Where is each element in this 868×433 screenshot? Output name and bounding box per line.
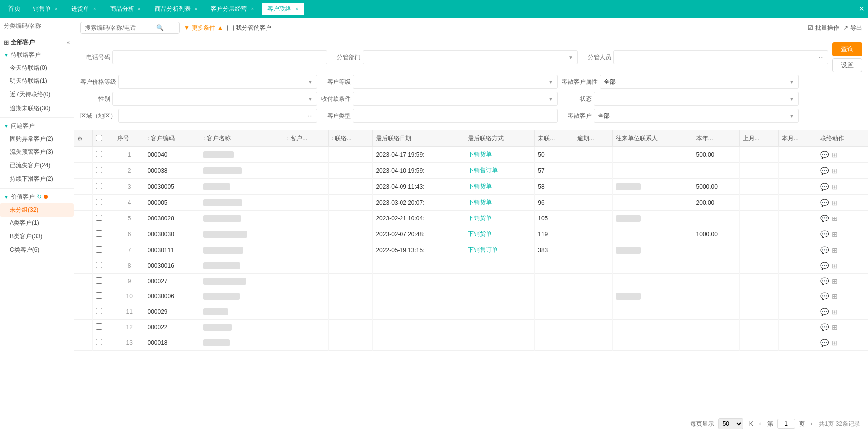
col-contact[interactable]: : 联络... bbox=[329, 130, 373, 147]
sidebar-item-7day-pending[interactable]: 近7天待联络(0) bbox=[0, 88, 74, 101]
my-customers-checkbox[interactable]: 我分管的客户 bbox=[227, 24, 271, 32]
row-checkbox[interactable] bbox=[96, 167, 102, 173]
row-checkbox-cell[interactable] bbox=[92, 179, 114, 195]
sidebar-item-churned[interactable]: 已流失客户(24) bbox=[0, 159, 74, 172]
col-last-contact-date[interactable]: 最后联络日期 bbox=[373, 130, 465, 147]
message-action-icon[interactable]: 💬 bbox=[820, 183, 829, 191]
last-contact-method[interactable]: 下销货单 bbox=[465, 195, 535, 211]
last-contact-method[interactable]: 下销货单 bbox=[465, 147, 535, 163]
sidebar-item-tomorrow-pending[interactable]: 明天待联络(1) bbox=[0, 74, 74, 88]
last-contact-method[interactable]: 下销货单 bbox=[465, 179, 535, 195]
more-action-icon[interactable]: ⊞ bbox=[832, 183, 838, 191]
sidebar-item-type-b[interactable]: B类客户(33) bbox=[0, 230, 74, 243]
message-action-icon[interactable]: 💬 bbox=[820, 308, 829, 316]
refresh-icon[interactable]: ↻ bbox=[37, 193, 42, 200]
nav-tab-product-analysis[interactable]: 商品分析 × bbox=[104, 3, 147, 15]
sidebar-item-abnormal[interactable]: 固购异常客户(2) bbox=[0, 132, 74, 145]
contact-method-link[interactable]: 下销货单 bbox=[468, 151, 492, 158]
row-checkbox[interactable] bbox=[96, 183, 102, 189]
row-checkbox[interactable] bbox=[96, 230, 102, 237]
select-all-checkbox[interactable] bbox=[96, 135, 102, 141]
search-button[interactable]: 查询 bbox=[832, 42, 862, 56]
contact-method-link[interactable]: 下销售订单 bbox=[468, 246, 498, 253]
col-customer-type[interactable]: : 客户... bbox=[284, 130, 328, 147]
message-action-icon[interactable]: 💬 bbox=[820, 292, 829, 300]
more-action-icon[interactable]: ⊞ bbox=[832, 151, 838, 159]
row-checkbox[interactable] bbox=[96, 215, 102, 221]
price-level-input[interactable]: ▼ bbox=[118, 75, 317, 89]
message-action-icon[interactable]: 💬 bbox=[820, 151, 829, 159]
search-box[interactable]: 🔍 bbox=[80, 22, 180, 34]
row-checkbox-cell[interactable] bbox=[92, 335, 114, 351]
row-checkbox-cell[interactable] bbox=[92, 258, 114, 274]
close-icon[interactable]: × bbox=[295, 6, 298, 12]
more-action-icon[interactable]: ⊞ bbox=[832, 215, 838, 222]
more-action-icon[interactable]: ⊞ bbox=[832, 167, 838, 175]
more-action-icon[interactable]: ⊞ bbox=[832, 277, 838, 285]
row-checkbox-cell[interactable] bbox=[92, 226, 114, 242]
row-checkbox-cell[interactable] bbox=[92, 211, 114, 226]
sidebar-item-today-pending[interactable]: 今天待联络(0) bbox=[0, 61, 74, 74]
nav-tab-purchase[interactable]: 进货单 × bbox=[66, 3, 102, 15]
nav-tab-sales-order[interactable]: 销售单 × bbox=[27, 3, 64, 15]
col-unit-contact[interactable]: 往来单位联系人 bbox=[612, 130, 693, 147]
more-action-icon[interactable]: ⊞ bbox=[832, 246, 838, 254]
row-checkbox[interactable] bbox=[96, 292, 102, 299]
first-page-button[interactable]: K bbox=[747, 419, 755, 428]
col-annual[interactable]: 本年... bbox=[693, 130, 739, 147]
close-icon[interactable]: × bbox=[93, 6, 96, 12]
nav-tab-customer-segment[interactable]: 客户分层经营 × bbox=[205, 3, 260, 15]
last-contact-method[interactable] bbox=[465, 304, 535, 320]
row-checkbox-cell[interactable] bbox=[92, 320, 114, 335]
region-input[interactable]: ··· bbox=[118, 109, 317, 123]
more-action-icon[interactable]: ⊞ bbox=[832, 292, 838, 300]
row-checkbox-cell[interactable] bbox=[92, 304, 114, 320]
row-checkbox[interactable] bbox=[96, 308, 102, 314]
col-checkbox[interactable] bbox=[92, 130, 114, 147]
settings-icon[interactable]: ⚙ bbox=[77, 135, 83, 142]
current-page-input[interactable] bbox=[777, 419, 795, 429]
main-search-input[interactable] bbox=[85, 24, 154, 31]
row-checkbox-cell[interactable] bbox=[92, 163, 114, 179]
last-contact-method[interactable] bbox=[465, 335, 535, 351]
customer-level-input[interactable]: ▼ bbox=[353, 75, 558, 89]
nav-home[interactable]: 首页 bbox=[4, 2, 25, 15]
sidebar-item-declining[interactable]: 持续下滑客户(2) bbox=[0, 172, 74, 186]
nav-tab-customer-contact[interactable]: 客户联络 × bbox=[262, 3, 304, 15]
col-last-contact-method[interactable]: 最后联络方式 bbox=[465, 130, 535, 147]
col-overdue[interactable]: 逾期... bbox=[574, 130, 612, 147]
row-checkbox[interactable] bbox=[96, 262, 102, 268]
message-action-icon[interactable]: 💬 bbox=[820, 215, 829, 222]
customer-type-input[interactable] bbox=[353, 109, 558, 123]
contact-method-link[interactable]: 下销货单 bbox=[468, 199, 492, 206]
next-page-button[interactable]: › bbox=[809, 419, 815, 428]
sidebar-item-churn-warning[interactable]: 流失预警客户(3) bbox=[0, 145, 74, 159]
message-action-icon[interactable]: 💬 bbox=[820, 323, 829, 331]
col-settings[interactable]: ⚙ bbox=[74, 130, 92, 147]
message-action-icon[interactable]: 💬 bbox=[820, 262, 829, 270]
contact-method-link[interactable]: 下销货单 bbox=[468, 215, 492, 221]
more-icon[interactable]: ··· bbox=[819, 54, 824, 61]
sidebar-item-type-a[interactable]: A类客户(1) bbox=[0, 216, 74, 230]
row-checkbox[interactable] bbox=[96, 323, 102, 330]
last-contact-method[interactable]: 下销售订单 bbox=[465, 163, 535, 179]
message-action-icon[interactable]: 💬 bbox=[820, 199, 829, 207]
last-contact-method[interactable] bbox=[465, 320, 535, 335]
last-contact-method[interactable]: 下销货单 bbox=[465, 226, 535, 242]
phone-input[interactable] bbox=[112, 50, 327, 64]
message-action-icon[interactable]: 💬 bbox=[820, 246, 829, 254]
my-customers-check[interactable] bbox=[227, 25, 234, 31]
row-checkbox[interactable] bbox=[96, 339, 102, 345]
gender-input[interactable]: ▼ bbox=[112, 92, 317, 106]
retail-customer-input[interactable]: 全部▼ bbox=[594, 109, 799, 123]
last-contact-method[interactable]: 下销货单 bbox=[465, 211, 535, 226]
sidebar-group-pending-contact[interactable]: ▼ 待联络客户 bbox=[0, 49, 74, 61]
row-checkbox[interactable] bbox=[96, 199, 102, 205]
more-icon[interactable]: ··· bbox=[308, 112, 313, 119]
col-no-contact-days[interactable]: 未联... bbox=[535, 130, 574, 147]
col-name[interactable]: : 客户名称 bbox=[200, 130, 284, 147]
reset-button[interactable]: 设置 bbox=[832, 58, 862, 72]
row-checkbox-cell[interactable] bbox=[92, 195, 114, 211]
col-code[interactable]: : 客户编码 bbox=[144, 130, 200, 147]
message-action-icon[interactable]: 💬 bbox=[820, 167, 829, 175]
